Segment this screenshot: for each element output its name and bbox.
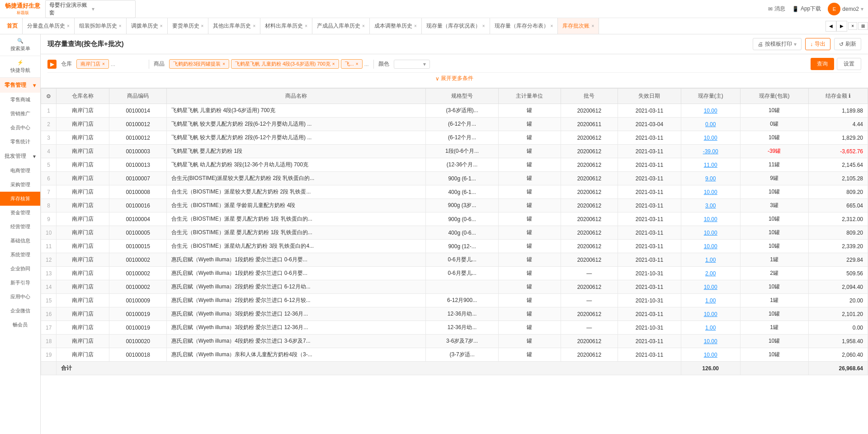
settings-button[interactable]: 设置 <box>837 58 861 70</box>
print-btn[interactable]: 🖨 按模板打印 ▾ <box>753 38 802 50</box>
cell-name: 惠氏启赋（Wyeth illuma）1段奶粉 爱尔兰进口 0-6月婴... <box>166 267 425 280</box>
cell-qty-main[interactable]: 1.00 <box>681 294 740 307</box>
tab-chengpin[interactable]: 产成品入库单历史 × <box>312 18 370 34</box>
cell-name: 飞鹤星飞帆 儿童奶粉 4段(3-6岁适用) 700克 <box>166 104 425 118</box>
tab-kucun-pici[interactable]: 库存批次账 × <box>558 18 599 34</box>
sidebar-item-app-center[interactable]: 应用中心 <box>0 290 40 304</box>
expand-conditions-btn[interactable]: ∨ 展开更多条件 <box>47 72 861 84</box>
close-tab-chengpin[interactable]: × <box>362 24 365 28</box>
product-tag-2-close[interactable]: × <box>332 61 335 66</box>
sidebar-item-retail-stats[interactable]: 零售统计 <box>0 135 40 149</box>
col-settings[interactable]: ⚙ <box>41 89 57 104</box>
cell-qty-main[interactable]: 10.00 <box>681 240 740 253</box>
nav-expand-btn[interactable]: ⊞ <box>858 22 868 30</box>
sidebar-item-ecommerce[interactable]: 电商管理 <box>0 164 40 178</box>
tab-cailiao[interactable]: 材料出库单历史 × <box>260 18 312 34</box>
cell-unit: 罐 <box>499 253 561 267</box>
cell-qty-main[interactable]: -39.00 <box>681 145 740 158</box>
cell-qty-main[interactable]: 10.00 <box>681 335 740 348</box>
tab-yaohuo[interactable]: 要货单历史 × <box>168 18 209 34</box>
close-tab-yaohuo[interactable]: × <box>201 24 204 28</box>
close-tab-diaob[interactable]: × <box>160 24 163 28</box>
product-tag-2[interactable]: 飞鹤星飞帆 儿童奶粉 4段(3-6岁适用) 700克 × <box>231 59 339 69</box>
tab-chenben[interactable]: 成本调整单历史 × <box>370 18 422 34</box>
cell-qty-main[interactable]: 10.00 <box>681 348 740 362</box>
cell-qty-main[interactable]: 10.00 <box>681 104 740 118</box>
message-btn[interactable]: ✉ 消息 <box>768 5 785 13</box>
nav-prev-btn[interactable]: ◀ <box>826 21 836 32</box>
filter-row: ▶ 仓库 南岸门店 × ... 商品 飞鹤奶粉3段丙罐提装 × <box>47 58 861 70</box>
product-tag-1-close[interactable]: × <box>222 61 225 66</box>
cell-qty-main[interactable]: 10.00 <box>681 131 740 145</box>
cell-qty-main[interactable]: 10.00 <box>681 280 740 294</box>
sidebar-item-basic[interactable]: 基础信息 <box>0 234 40 248</box>
color-filter-select[interactable]: ▾ <box>394 60 430 69</box>
sidebar-search[interactable]: 🔍 搜索菜单 <box>0 34 40 56</box>
warehouse-tag-close[interactable]: × <box>102 61 105 66</box>
cell-qty-main[interactable]: 10.00 <box>681 307 740 321</box>
cell-qty-main[interactable]: 1.00 <box>681 321 740 335</box>
close-tab-cailiao[interactable]: × <box>305 24 307 28</box>
sidebar-quick-nav[interactable]: ⚡ 快捷导航 <box>0 56 40 78</box>
close-tab-xiancun2[interactable]: × <box>551 24 553 28</box>
sidebar-item-retail[interactable]: 零售管理 ▾ <box>0 78 40 93</box>
sidebar-wechat-label: 企业微信 <box>10 307 30 314</box>
filter-expand-arrow[interactable]: ▶ <box>47 60 57 69</box>
tab-xiancun2[interactable]: 现存量（库存分布表） × <box>490 18 558 34</box>
tab-home[interactable]: 首页 <box>2 18 23 34</box>
tab-qtchuku[interactable]: 其他出库单历史 × <box>208 18 260 34</box>
warehouse-tag-nangang[interactable]: 南岸门店 × <box>76 59 109 69</box>
close-tab-qtchuku[interactable]: × <box>253 24 255 28</box>
cell-qty-main[interactable]: 0.00 <box>681 118 740 131</box>
product-tag-1[interactable]: 飞鹤奶粉3段丙罐提装 × <box>169 59 229 69</box>
workspace-selector[interactable]: 母婴行业演示账套 ▾ <box>45 0 136 18</box>
close-tab-pici[interactable]: × <box>591 24 594 28</box>
sidebar-item-purchase[interactable]: 采购管理 <box>0 178 40 192</box>
sidebar-item-marketing[interactable]: 营销推广 <box>0 107 40 121</box>
sidebar-item-system[interactable]: 系统管理 <box>0 248 40 262</box>
tab-zuchai[interactable]: 组装拆卸单历史 × <box>75 18 127 34</box>
table-row: 11南岸门店00100015合生元（BIOSTIME）派星幼儿配方奶粉 3段 乳… <box>41 240 868 253</box>
close-tab-xiancun1[interactable]: × <box>482 24 485 28</box>
sidebar-item-finance[interactable]: 资金管理 <box>0 206 40 220</box>
warehouse-more[interactable]: ... <box>111 61 115 67</box>
tab-xiancun1[interactable]: 现存量（库存状况表） × <box>422 18 490 34</box>
refresh-icon: ↺ <box>839 41 844 47</box>
sidebar-item-vip[interactable]: 畅会员 <box>0 318 40 332</box>
cell-qty-main[interactable]: 10.00 <box>681 185 740 199</box>
product-tag-3[interactable]: 飞... × <box>341 59 363 69</box>
user-profile[interactable]: E demo2 ▾ <box>828 3 863 15</box>
close-tab-zuchai[interactable]: × <box>119 24 122 28</box>
cell-spec: 0-6月婴儿... <box>425 253 498 267</box>
refresh-btn[interactable]: ↺ 刷新 <box>834 38 861 50</box>
product-more[interactable]: ... <box>364 61 369 67</box>
cell-qty-main[interactable]: 1.00 <box>681 253 740 267</box>
sidebar-item-collab[interactable]: 企业协同 <box>0 262 40 276</box>
nav-close-all-btn[interactable]: × <box>848 22 857 30</box>
product-tag-3-close[interactable]: × <box>356 61 359 66</box>
close-tab-fenpan[interactable]: × <box>67 24 70 28</box>
close-tab-chenben[interactable]: × <box>414 24 417 28</box>
tab-fenpan[interactable]: 分量盘点单历史 × <box>23 18 75 34</box>
sidebar-item-wholesale[interactable]: 批发管理 ▾ <box>0 149 40 164</box>
tab-diaob[interactable]: 调拨单历史 × <box>127 18 168 34</box>
nav-next-btn[interactable]: ▶ <box>836 21 847 32</box>
sidebar-item-shop[interactable]: 零售商城 <box>0 93 40 107</box>
sidebar-item-member[interactable]: 会员中心 <box>0 121 40 135</box>
table-row: 13南岸门店00100002惠氏启赋（Wyeth illuma）1段奶粉 爱尔兰… <box>41 267 868 280</box>
sidebar-item-guide[interactable]: 新手引导 <box>0 276 40 290</box>
cell-qty-main[interactable]: 2.00 <box>681 267 740 280</box>
cell-amount: 665.04 <box>808 199 868 212</box>
export-btn[interactable]: ↓ 导出 <box>805 38 830 50</box>
cell-qty-main[interactable]: 10.00 <box>681 226 740 240</box>
cell-qty-pkg: 9罐 <box>740 172 808 185</box>
sidebar-item-wechat[interactable]: 企业微信 <box>0 304 40 318</box>
cell-qty-main[interactable]: 10.00 <box>681 212 740 226</box>
sidebar-item-mgmt[interactable]: 经营管理 <box>0 220 40 234</box>
search-button[interactable]: 查询 <box>811 58 834 70</box>
cell-qty-main[interactable]: 9.00 <box>681 172 740 185</box>
cell-qty-main[interactable]: 3.00 <box>681 199 740 212</box>
app-download-btn[interactable]: 📱 App下载 <box>792 5 821 13</box>
sidebar-item-inventory[interactable]: 库存核算 <box>0 192 40 206</box>
cell-qty-main[interactable]: 11.00 <box>681 158 740 172</box>
